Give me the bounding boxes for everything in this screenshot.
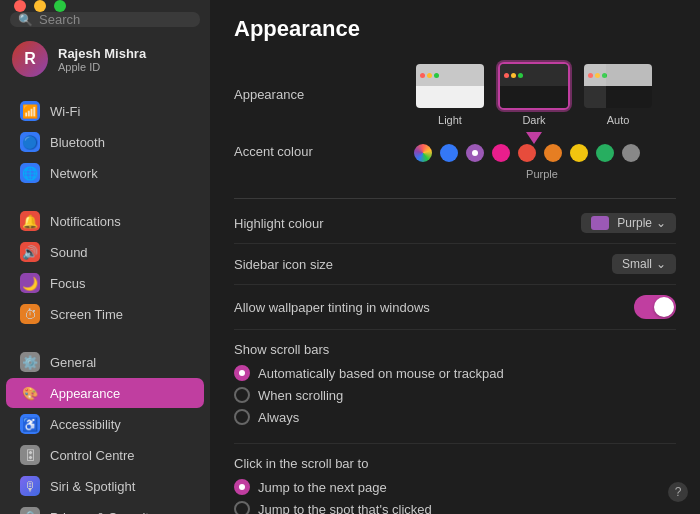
accent-green[interactable] — [596, 144, 614, 162]
titlebar — [0, 0, 210, 12]
appearance-section-row: Appearance Light — [234, 62, 676, 126]
click-next-page-label: Jump to the next page — [258, 480, 387, 495]
search-bar[interactable]: 🔍 — [10, 12, 200, 27]
highlight-colour-dropdown[interactable]: Purple ⌄ — [581, 213, 676, 233]
wallpaper-tinting-toggle[interactable] — [634, 295, 676, 319]
sidebar-item-label: Focus — [50, 276, 85, 291]
highlight-colour-label: Highlight colour — [234, 216, 324, 231]
toggle-knob — [654, 297, 674, 317]
click-spot-radio[interactable] — [234, 501, 250, 514]
appearance-dark[interactable]: Dark — [498, 62, 570, 126]
click-next-page-radio[interactable] — [234, 479, 250, 495]
sidebar-item-appearance[interactable]: 🎨 Appearance — [6, 378, 204, 408]
highlight-colour-row: Highlight colour Purple ⌄ — [234, 203, 676, 244]
general-icon: ⚙️ — [20, 352, 40, 372]
chevron-down-icon-2: ⌄ — [656, 257, 666, 271]
sidebar-item-siri[interactable]: 🎙 Siri & Spotlight — [6, 471, 204, 501]
sidebar-item-label: Appearance — [50, 386, 120, 401]
click-scroll-section: Click in the scroll bar to Jump to the n… — [234, 444, 676, 514]
scroll-when-scrolling-option[interactable]: When scrolling — [234, 387, 676, 403]
accent-selected-label: Purple — [444, 168, 640, 180]
accent-colour-row: Accent colour Purple — [234, 144, 676, 180]
accent-graphite[interactable] — [622, 144, 640, 162]
sidebar-item-focus[interactable]: 🌙 Focus — [6, 268, 204, 298]
click-spot-label: Jump to the spot that's clicked — [258, 502, 432, 515]
accent-row: Purple — [414, 144, 640, 180]
appearance-dark-thumb — [498, 62, 570, 110]
chevron-down-icon: ⌄ — [656, 216, 666, 230]
wallpaper-tinting-row: Allow wallpaper tinting in windows — [234, 285, 676, 330]
appearance-options: Light Dark — [414, 62, 654, 126]
accent-red[interactable] — [518, 144, 536, 162]
sidebar-item-accessibility[interactable]: ♿ Accessibility — [6, 409, 204, 439]
click-spot-option[interactable]: Jump to the spot that's clicked — [234, 501, 676, 514]
sidebar-item-privacy[interactable]: 🔒 Privacy & Security — [6, 502, 204, 514]
accent-pink[interactable] — [492, 144, 510, 162]
sidebar-item-label: Bluetooth — [50, 135, 105, 150]
sidebar-item-label: Privacy & Security — [50, 510, 155, 515]
scroll-auto-radio[interactable] — [234, 365, 250, 381]
sidebar-item-screen-time[interactable]: ⏱ Screen Time — [6, 299, 204, 329]
network-icon: 🌐 — [20, 163, 40, 183]
sidebar-item-wifi[interactable]: 📶 Wi-Fi — [6, 96, 204, 126]
sidebar-network-section: 📶 Wi-Fi 🔵 Bluetooth 🌐 Network — [0, 91, 210, 193]
sidebar-item-label: Screen Time — [50, 307, 123, 322]
sidebar-item-label: Notifications — [50, 214, 121, 229]
selection-arrow — [526, 132, 542, 144]
sound-icon: 🔊 — [20, 242, 40, 262]
sidebar-item-control-centre[interactable]: 🎛 Control Centre — [6, 440, 204, 470]
minimize-button[interactable] — [34, 0, 46, 12]
click-next-page-option[interactable]: Jump to the next page — [234, 479, 676, 495]
accent-blue[interactable] — [440, 144, 458, 162]
screen-time-icon: ⏱ — [20, 304, 40, 324]
accent-purple[interactable] — [466, 144, 484, 162]
sidebar-prefs-section: ⚙️ General 🎨 Appearance ♿ Accessibility … — [0, 342, 210, 514]
accent-orange[interactable] — [544, 144, 562, 162]
page-title: Appearance — [234, 16, 676, 42]
accent-multicolor[interactable] — [414, 144, 432, 162]
accessibility-icon: ♿ — [20, 414, 40, 434]
maximize-button[interactable] — [54, 0, 66, 12]
close-button[interactable] — [14, 0, 26, 12]
accent-yellow[interactable] — [570, 144, 588, 162]
sidebar-item-label: Sound — [50, 245, 88, 260]
sidebar-item-notifications[interactable]: 🔔 Notifications — [6, 206, 204, 236]
sidebar-icon-size-value: Small — [622, 257, 652, 271]
click-scroll-title: Click in the scroll bar to — [234, 456, 676, 471]
appearance-auto[interactable]: Auto — [582, 62, 654, 126]
scroll-when-scrolling-label: When scrolling — [258, 388, 343, 403]
appearance-light[interactable]: Light — [414, 62, 486, 126]
control-centre-icon: 🎛 — [20, 445, 40, 465]
scroll-bars-section: Show scroll bars Automatically based on … — [234, 330, 676, 444]
user-profile[interactable]: R Rajesh Mishra Apple ID — [0, 35, 210, 83]
light-label: Light — [438, 114, 462, 126]
appearance-icon: 🎨 — [20, 383, 40, 403]
search-input[interactable] — [39, 12, 192, 27]
scroll-auto-option[interactable]: Automatically based on mouse or trackpad — [234, 365, 676, 381]
sidebar-item-general[interactable]: ⚙️ General — [6, 347, 204, 377]
section-divider — [234, 198, 676, 199]
wallpaper-tinting-label: Allow wallpaper tinting in windows — [234, 300, 430, 315]
avatar-initial: R — [24, 50, 36, 68]
sidebar-item-bluetooth[interactable]: 🔵 Bluetooth — [6, 127, 204, 157]
sidebar-item-label: Control Centre — [50, 448, 135, 463]
user-name: Rajesh Mishra — [58, 46, 146, 61]
sidebar-item-label: Accessibility — [50, 417, 121, 432]
scroll-always-option[interactable]: Always — [234, 409, 676, 425]
auto-label: Auto — [607, 114, 630, 126]
sidebar-icon-size-label: Sidebar icon size — [234, 257, 333, 272]
accent-colour-label: Accent colour — [234, 144, 414, 159]
sidebar-icon-size-dropdown[interactable]: Small ⌄ — [612, 254, 676, 274]
appearance-light-thumb — [414, 62, 486, 110]
bluetooth-icon: 🔵 — [20, 132, 40, 152]
sidebar-item-sound[interactable]: 🔊 Sound — [6, 237, 204, 267]
help-button[interactable]: ? — [668, 482, 688, 502]
scroll-when-scrolling-radio[interactable] — [234, 387, 250, 403]
accent-colors — [414, 144, 640, 162]
sidebar: 🔍 R Rajesh Mishra Apple ID 📶 Wi-Fi 🔵 Blu… — [0, 0, 210, 514]
sidebar-item-network[interactable]: 🌐 Network — [6, 158, 204, 188]
scroll-always-radio[interactable] — [234, 409, 250, 425]
scroll-auto-label: Automatically based on mouse or trackpad — [258, 366, 504, 381]
focus-icon: 🌙 — [20, 273, 40, 293]
sidebar-icon-size-row: Sidebar icon size Small ⌄ — [234, 244, 676, 285]
